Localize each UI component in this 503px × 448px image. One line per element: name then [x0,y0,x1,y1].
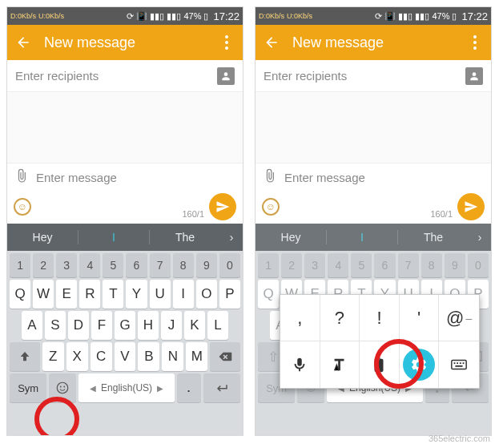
recipients-row: Enter recipients [7,60,243,92]
popup-apostrophe[interactable]: ' [400,295,440,341]
key-k[interactable]: K [184,311,205,340]
key-b[interactable]: B [138,342,159,371]
key-i[interactable]: I [173,280,194,309]
key-3[interactable]: 3 [304,253,325,277]
key-q[interactable]: Q [10,280,30,309]
lang-prev-icon: ◀ [90,384,96,393]
key-1[interactable]: 1 [258,253,279,277]
key-6[interactable]: 6 [126,253,147,277]
key-j[interactable]: J [161,311,182,340]
key-h[interactable]: H [138,311,159,340]
key-5[interactable]: 5 [351,253,372,277]
key-s[interactable]: S [45,311,66,340]
key-m[interactable]: M [186,342,207,371]
key-r[interactable]: R [79,280,100,309]
suggestion-2[interactable]: I [78,231,149,244]
svg-point-2 [64,386,66,388]
key-2[interactable]: 2 [281,253,302,277]
emoji-settings-key[interactable] [49,373,76,402]
popup-settings[interactable] [400,341,440,388]
backspace-key[interactable] [210,342,240,371]
attach-button[interactable] [262,168,278,187]
popup-comma[interactable]: , [280,295,320,341]
key-g[interactable]: G [115,311,135,340]
key-w[interactable]: W [33,280,54,309]
popup-at[interactable]: @– [439,295,479,341]
sym-key[interactable]: Sym [10,373,46,402]
send-button[interactable] [209,193,236,220]
signal-icon: ▮▮▯ [398,11,412,22]
enter-key[interactable] [203,373,240,402]
suggestion-3[interactable]: The [150,231,220,244]
message-input[interactable]: Enter message [36,171,236,184]
emoji-toggle-button[interactable]: ☺ [262,198,280,216]
suggestion-more[interactable]: › [469,231,491,244]
key-0[interactable]: 0 [219,253,240,277]
back-button[interactable] [15,34,31,50]
overflow-menu-button[interactable] [219,35,235,50]
key-z[interactable]: Z [42,342,64,371]
key-p[interactable]: P [219,280,240,309]
emoji-toggle-button[interactable]: ☺ [14,198,31,216]
key-8[interactable]: 8 [173,253,194,277]
key-u[interactable]: U [150,280,171,309]
key-d[interactable]: D [68,311,89,340]
page-title: New message [44,34,206,51]
key-e[interactable]: E [56,280,77,309]
sync-icon: ⟳ [127,11,134,22]
pick-contact-button[interactable] [217,67,235,85]
space-key[interactable]: ◀ English(US) ▶ [78,373,174,402]
key-t[interactable]: T [103,280,123,309]
key-2[interactable]: 2 [33,253,54,277]
key-v[interactable]: V [115,342,136,371]
send-button[interactable] [457,193,485,220]
popup-exclaim[interactable]: ! [360,295,400,341]
svg-rect-4 [454,362,456,364]
popup-handwriting[interactable] [320,341,360,388]
key-7[interactable]: 7 [398,253,419,277]
suggestion-1[interactable]: Hey [7,231,78,244]
attach-button[interactable] [14,168,30,187]
key-c[interactable]: C [91,342,112,371]
key-9[interactable]: 9 [196,253,217,277]
key-0[interactable]: 0 [468,253,489,277]
suggestion-more[interactable]: › [220,231,243,244]
suggestion-2[interactable]: I [327,231,397,244]
pick-contact-button[interactable] [465,67,483,85]
key-f[interactable]: F [91,311,112,340]
back-button[interactable] [264,34,280,50]
key-y[interactable]: Y [126,280,147,309]
key-4[interactable]: 4 [79,253,100,277]
key-7[interactable]: 7 [150,253,171,277]
key-q[interactable]: Q [258,280,279,309]
mic-icon [291,356,308,373]
key-x[interactable]: X [66,342,88,371]
key-8[interactable]: 8 [421,253,442,277]
key-5[interactable]: 5 [103,253,123,277]
suggestion-bar: Hey I The › [7,224,243,251]
punct-key[interactable]: . [177,373,201,402]
popup-clipboard[interactable] [360,341,400,388]
key-4[interactable]: 4 [328,253,348,277]
recipients-input[interactable]: Enter recipients [15,69,217,83]
char-counter: 160/1 [182,209,204,219]
keyboard-icon [449,356,469,373]
overflow-menu-button[interactable] [467,35,483,50]
key-6[interactable]: 6 [374,253,395,277]
key-n[interactable]: N [162,342,183,371]
suggestion-1[interactable]: Hey [256,231,326,244]
key-9[interactable]: 9 [445,253,465,277]
key-1[interactable]: 1 [10,253,30,277]
popup-voice[interactable] [280,341,320,388]
key-o[interactable]: O [196,280,217,309]
compose-row: Enter message [256,163,491,192]
recipients-input[interactable]: Enter recipients [264,69,465,83]
popup-keyboard-modes[interactable] [439,341,479,388]
message-input[interactable]: Enter message [284,171,485,184]
key-a[interactable]: A [22,311,42,340]
key-l[interactable]: L [207,311,228,340]
suggestion-3[interactable]: The [398,231,469,244]
shift-key[interactable] [10,342,40,371]
popup-question[interactable]: ? [320,295,360,341]
key-3[interactable]: 3 [56,253,77,277]
